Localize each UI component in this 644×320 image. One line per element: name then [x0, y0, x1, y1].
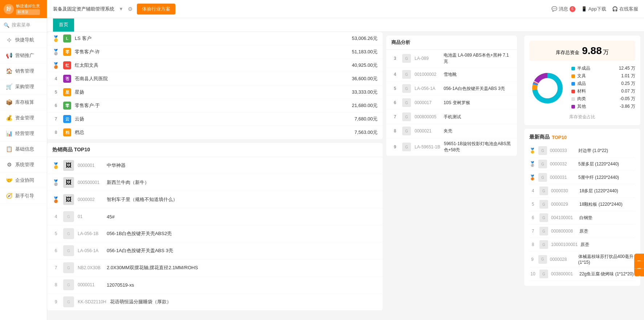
- customer-value: 7,563.00元: [354, 129, 378, 136]
- customer-rank-item: 🥈 零 零售客户·许 51,183.00元: [47, 45, 383, 59]
- new-product-name: 5厘多层 (1220*2440): [578, 161, 619, 167]
- customer-value: 40,925.00元: [352, 62, 378, 69]
- hot-product-item: 🥇 🖼 0000001 中华神器: [47, 157, 383, 174]
- nav-icon-cooperation: 🤝: [6, 177, 12, 184]
- hot-product-item: 🥈 🖼 000500001 新西兰牛肉（新牛）: [47, 174, 383, 191]
- medal-icon: 🥈: [529, 161, 535, 167]
- customer-rank-item: 6 零 零售客户·于 21,680.00元: [47, 99, 383, 112]
- hot-product-image: 🖼: [63, 177, 74, 188]
- sidebar-item-finance[interactable]: 💰资金管理: [0, 110, 47, 126]
- hot-product-name: 智利车子里（规格不知道填什么）: [107, 196, 178, 203]
- sidebar-item-cooperation[interactable]: 🤝企业协同: [0, 173, 47, 188]
- product-analysis-header: 商品分析: [386, 36, 517, 50]
- new-product-item: 10 G 003800001 22g鱼豆腐·烧烤味 (1*12*20): [529, 267, 635, 281]
- nav-label-operations: 经营管理: [15, 130, 34, 137]
- sidebar-item-sales[interactable]: 🏠销售管理: [0, 63, 47, 79]
- customer-rank-list: 🥇 L LS 客户 53,006.26元 🥈 零 零售客户·许 51,183.0…: [47, 32, 383, 139]
- new-product-image: G: [539, 200, 548, 209]
- new-product-code: 0000029: [551, 202, 576, 207]
- medal-icon: 🥇: [52, 162, 60, 169]
- new-product-item: 6 G 004100001 白钢垫: [529, 211, 635, 225]
- new-product-item: 9 G 0000028 体械嘉枝味苏打饮品400毫升 (1*15): [529, 251, 635, 267]
- sidebar-search[interactable]: 🔍 搜索菜单: [0, 18, 47, 32]
- chart-caption: 库存资金占比: [529, 114, 635, 120]
- legend-dot: [571, 82, 575, 86]
- product-analysis-item: 4 G 001000002 雪地靴: [386, 67, 517, 82]
- app-download-button[interactable]: 📱 App下载: [581, 6, 606, 12]
- inventory-total-label: 库存总资金: [556, 50, 579, 55]
- sidebar: 好 畅捷通好生意 标准版 🔍 搜索菜单 ⊹快捷导航📢营销推广🏠销售管理🛒采购管理…: [0, 0, 47, 320]
- sidebar-item-guide[interactable]: 🧭新手引导: [0, 188, 47, 204]
- new-product-name: 体械嘉枝味苏打饮品400毫升 (1*15): [578, 254, 635, 265]
- customer-value: 33,333.00元: [352, 89, 378, 95]
- nav-label-guide: 新手引导: [15, 193, 34, 199]
- customer-avatar: 苍: [63, 75, 71, 83]
- message-button[interactable]: 💬 消息 6: [551, 6, 575, 12]
- nav-icon-purchase: 🛒: [6, 83, 12, 90]
- legend-value: 0.25 万: [617, 81, 635, 87]
- legend-value: -3.86 万: [617, 103, 635, 110]
- new-product-name: 18多层 (1220*2440): [579, 188, 618, 194]
- sidebar-item-quick-nav[interactable]: ⊹快捷导航: [0, 32, 47, 48]
- product-analysis-item: 7 G 000800005 手机测试: [386, 110, 517, 124]
- customer-rank-item: 7 云 云扬 7,680.00元: [47, 112, 383, 126]
- hot-product-name: 056-1B白色按键开关壳ABS2壳: [107, 230, 172, 237]
- try-solution-button[interactable]: 体验行业方案: [137, 4, 175, 15]
- new-product-image: G: [538, 255, 547, 264]
- svg-point-0: [538, 79, 557, 98]
- sidebar-nav: ⊹快捷导航📢营销推广🏠销售管理🛒采购管理📦库存核算💰资金管理📊经营管理📋基础信息…: [0, 32, 47, 320]
- sidebar-item-purchase[interactable]: 🛒采购管理: [0, 79, 47, 95]
- hot-product-item: 4 G 01 45#: [47, 208, 383, 225]
- customer-name: 红太阳文具: [75, 62, 348, 69]
- online-service-button[interactable]: 🎧 在线客服: [612, 6, 638, 12]
- customer-name: LS 客户: [75, 35, 348, 42]
- nav-icon-operations: 📊: [6, 130, 12, 137]
- tab-home[interactable]: 首页: [53, 19, 74, 32]
- legend-dot: [571, 67, 575, 70]
- product-analysis-item: 9 G LA-59651-1B 59651-1B旋转投影灯电池盒ABS黑色+58…: [386, 138, 517, 156]
- chart-area: 半成品 12.45 万 文具 1.01 万 成品 0.25 万 材料 0.07 …: [529, 65, 635, 111]
- hot-product-code: 0000001: [78, 163, 103, 168]
- rank-num: 8: [391, 128, 399, 134]
- float-buttons: 客服热线服务社区直播: [634, 254, 644, 276]
- topbar: 装备及固定资产辅助管理系统 ▼ ⚙ 体验行业方案 💬 消息 6 📱 App下载 …: [47, 0, 644, 18]
- product-image-placeholder: G: [402, 54, 411, 63]
- legend-label: 文具: [577, 73, 615, 79]
- hot-product-name: 45#: [107, 214, 115, 220]
- hot-product-item: 5 G LA-056-1B 056-1B白色按键开关壳ABS2壳: [47, 225, 383, 242]
- product-image-placeholder: G: [402, 84, 411, 93]
- new-product-code: 0000032: [550, 161, 575, 167]
- legend-value: 0.07 万: [617, 88, 635, 94]
- product-name: 手机测试: [444, 114, 512, 120]
- float-button[interactable]: 客服热线: [634, 254, 644, 261]
- sidebar-item-inventory[interactable]: 📦库存核算: [0, 95, 47, 110]
- customer-rank-item: 4 苍 苍南县人民医院 36,600.00元: [47, 72, 383, 86]
- hot-products-header: 热销商品 TOP10: [47, 143, 383, 157]
- new-products-card: 最新商品 TOP10 🥇 G 0000033 封边带 (1.0*22) 🥈 G …: [524, 129, 640, 286]
- new-product-code: 10000100001: [551, 242, 578, 247]
- product-image-placeholder: G: [402, 70, 411, 79]
- sidebar-item-system[interactable]: ⚙系统管理: [0, 157, 47, 173]
- logo-badge: 标准版: [16, 9, 40, 15]
- sidebar-item-marketing[interactable]: 📢营销推广: [0, 48, 47, 63]
- topbar-system-title: 装备及固定资产辅助管理系统: [53, 6, 114, 12]
- nav-icon-system: ⚙: [6, 161, 12, 168]
- float-button[interactable]: 直播: [634, 269, 644, 276]
- new-rank-num: 4: [529, 188, 537, 193]
- float-button[interactable]: 服务社区: [634, 261, 644, 269]
- nav-label-purchase: 采购管理: [15, 83, 34, 90]
- legend-item: 文具 1.01 万: [571, 73, 635, 79]
- dropdown-arrow-icon[interactable]: ▼: [119, 6, 123, 12]
- middle-right-panel: 商品分析 3 G LA-089 电池盖 LA-089 ABS本色+黑种 7.1克…: [383, 32, 521, 320]
- top10-right-list: 3 G LA-089 电池盖 LA-089 ABS本色+黑种 7.1克 4 G …: [386, 50, 517, 156]
- product-image-placeholder: G: [402, 112, 411, 121]
- new-product-code: 003800001: [551, 271, 576, 276]
- new-product-name: 5厘中纤 (1220*2440): [578, 175, 619, 181]
- settings-icon[interactable]: ⚙: [128, 6, 133, 12]
- sidebar-item-operations[interactable]: 📊经营管理: [0, 126, 47, 141]
- hot-product-code: 0000002: [78, 197, 103, 202]
- inventory-total: 库存总资金 9.88 万: [529, 41, 635, 61]
- sidebar-item-basic-info[interactable]: 📋基础信息: [0, 141, 47, 157]
- legend-dot: [571, 74, 575, 78]
- legend-dot: [571, 90, 575, 93]
